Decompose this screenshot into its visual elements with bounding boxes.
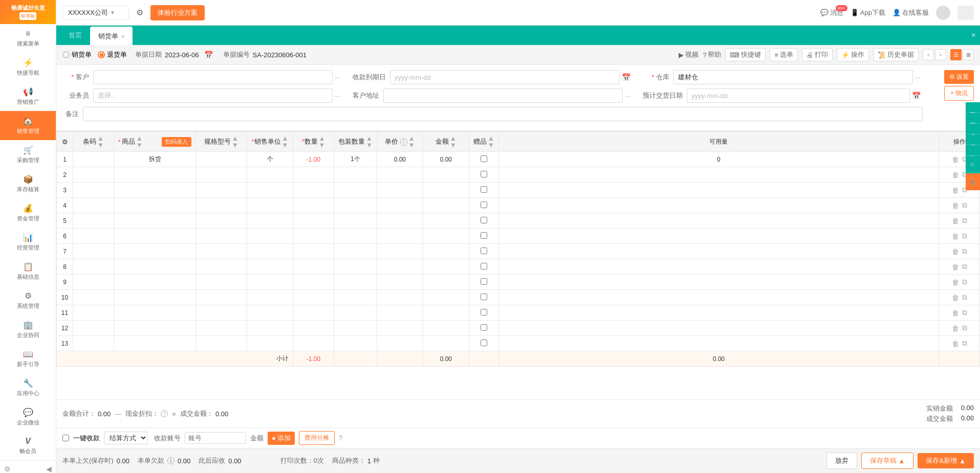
row-copy-icon[interactable]: ⧉ [962,262,967,271]
row-delete-icon[interactable]: 🗑 [952,309,959,317]
warehouse-more-icon[interactable]: ··· [913,74,923,81]
abandon-button[interactable]: 放弃 [826,453,857,469]
shortcut-btn[interactable]: ⌨ 快捷键 [725,48,766,61]
row-delete-icon[interactable]: 🗑 [952,186,959,194]
row-spec[interactable] [196,152,247,167]
row-delete-icon[interactable]: 🗑 [952,217,959,225]
row-delete-icon[interactable]: 🗑 [952,340,959,348]
company-selector[interactable]: XXXXXX公司 ▼ [62,6,129,20]
row-amount[interactable]: 0.00 [423,152,469,167]
tab-home[interactable]: 首页 [60,26,90,45]
sidebar-item-basic[interactable]: 📋 基础信息 [0,257,56,286]
account-input[interactable] [185,432,246,444]
settings-button[interactable]: ⚙ 设置 [944,70,974,84]
save-new-button[interactable]: 保存&新增 ▲ [918,453,974,468]
topbar-settings-icon[interactable]: ⚙ [134,6,145,19]
gift-checkbox[interactable] [481,309,487,316]
row-delete-icon[interactable]: 🗑 [952,278,959,286]
float-btn-attach[interactable]: 📎 [966,173,980,190]
sidebar-collapse-btn[interactable]: ◀ [46,465,52,473]
row-copy-icon[interactable]: ⧉ [962,278,967,286]
row-delete-icon[interactable]: 🗑 [952,294,959,302]
row-delete-icon[interactable]: 🗑 [952,201,959,210]
sidebar-item-appstore[interactable]: 🔧 应用中心 [0,373,56,402]
select-order-btn[interactable]: ≡ 选单 [770,48,798,61]
tab-sales-order[interactable]: 销货单 × [90,27,133,46]
row-delete-icon[interactable]: 🗑 [952,247,959,256]
th-gear[interactable]: ⚙ [57,132,73,152]
customer-more-icon[interactable]: ··· [333,74,342,81]
payment-due-input[interactable]: yyyy-mm-dd [390,70,620,84]
float-btn-star[interactable]: ☆ [966,156,980,173]
float-btn-ticket[interactable]: 票 [966,113,980,124]
date-calendar-icon[interactable]: 📅 [202,51,215,59]
topbar-app-download[interactable]: 📱 App下载 [851,8,885,17]
gift-checkbox[interactable] [481,340,487,346]
history-btn[interactable]: 📜 历史单据 [873,48,919,61]
row-delete-icon[interactable]: 🗑 [952,324,959,332]
help-link[interactable]: ? 帮助 [703,50,721,59]
row-copy-icon[interactable]: ⧉ [962,247,967,256]
expected-delivery-input[interactable]: yyyy-mm-dd [687,88,910,103]
video-link[interactable]: ▶ 视频 [679,50,699,59]
tabbar-close-all-icon[interactable]: × [971,31,976,40]
float-btn-modify[interactable]: 改 [966,145,980,156]
tab-close-icon[interactable]: × [121,33,124,39]
cash-discount-info-icon[interactable]: ? [161,410,168,417]
nav-prev-btn[interactable]: ‹ [923,49,934,60]
sidebar-settings-btn[interactable]: ⚙ [4,465,11,473]
row-delete-icon[interactable]: 🗑 [952,155,959,164]
sidebar-item-inventory[interactable]: 📦 库存核算 [0,169,56,198]
customer-address-input[interactable] [383,88,623,103]
topbar-online-service[interactable]: 👤 在线客服 [892,8,929,17]
sidebar-item-member[interactable]: V 畅会员 [0,432,56,460]
gift-checkbox[interactable] [481,294,487,300]
nav-next-btn[interactable]: › [935,49,946,60]
row-qty[interactable]: -1.00 [293,152,334,167]
total-owed-info-icon[interactable]: ℹ [167,457,175,464]
row-copy-icon[interactable]: ⧉ [962,324,967,332]
gift-checkbox[interactable] [481,263,487,269]
order-date-value[interactable]: 2023-06-06 [165,51,199,59]
float-btn-purchase[interactable]: 采 [966,124,980,134]
row-gift[interactable] [469,152,498,167]
row-copy-icon[interactable]: ⧉ [962,308,967,317]
salesperson-more-icon[interactable]: ··· [333,92,342,100]
save-draft-button[interactable]: 保存草稿 ▲ [861,453,914,469]
warehouse-input[interactable]: 建材仓 [673,70,913,84]
gift-checkbox[interactable] [481,247,487,254]
row-delete-icon[interactable]: 🗑 [952,263,959,271]
logistics-button[interactable]: + 物流 [944,86,974,101]
user-menu[interactable] [957,6,974,20]
expected-delivery-calendar-icon[interactable]: 📅 [910,92,923,100]
sidebar-item-guide[interactable]: 📖 新手引导 [0,344,56,373]
expense-split-button[interactable]: 费用分摊 [299,431,335,445]
operate-btn[interactable]: ⚡ 操作 [837,48,869,61]
row-copy-icon[interactable]: ⧉ [962,293,967,302]
gift-checkbox[interactable] [481,324,487,331]
user-avatar[interactable] [936,6,950,20]
gift-checkbox[interactable] [481,171,487,177]
scan-button[interactable]: 扫码录入 [162,137,191,147]
row-copy-icon[interactable]: ⧉ [962,216,967,225]
salesperson-input[interactable]: 选择... [93,88,333,103]
sidebar-item-purchase[interactable]: 🛒 采购管理 [0,140,56,169]
row-unit-price[interactable]: 0.00 [377,152,423,167]
unit-price-info-icon[interactable]: i [400,139,407,146]
payment-help-icon[interactable]: ? [339,434,342,442]
payment-due-calendar-icon[interactable]: 📅 [620,73,633,81]
gift-checkbox[interactable] [481,278,487,285]
row-delete-icon[interactable]: 🗑 [952,171,959,179]
sidebar-item-system[interactable]: ⚙ 系统管理 [0,286,56,315]
gift-checkbox[interactable] [481,217,487,223]
sidebar-item-finance[interactable]: 💰 资金管理 [0,198,56,228]
customer-input[interactable] [93,70,333,84]
row-pkg-qty[interactable]: 1个 [334,152,377,167]
print-btn[interactable]: 🖨 打印 [802,48,833,61]
radio-return-order[interactable]: 退货单 [98,50,127,59]
add-payment-button[interactable]: ● 添加 [268,432,295,445]
sidebar-item-sales[interactable]: 🏠 销售管理 [0,111,56,140]
settle-method-select[interactable]: 结算方式 [104,432,148,444]
view-grid-btn[interactable]: ⊞ [963,49,974,60]
notes-input[interactable] [83,107,923,121]
